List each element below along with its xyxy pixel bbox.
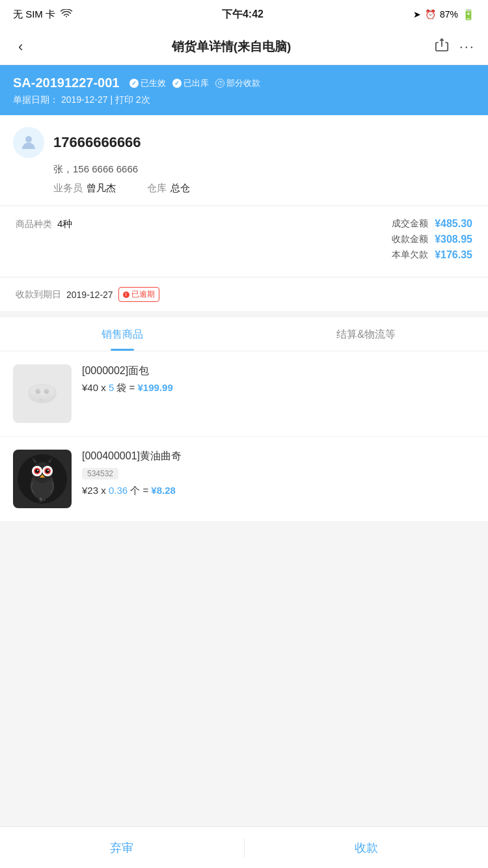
svg-point-21 (46, 469, 49, 473)
tab-settlement-logistics[interactable]: 结算&物流等 (244, 318, 488, 351)
svg-text:鱼+: 鱼+ (39, 398, 46, 402)
product-total-cookie: ¥8.28 (151, 485, 176, 496)
product-name-bread: [0000002]面包 (82, 364, 475, 378)
tabs-section: 销售商品 结算&物流等 (0, 318, 488, 351)
warehouse-label: 仓库 (147, 182, 167, 195)
carrier-label: 无 SIM 卡 (13, 8, 55, 21)
page-title: 销货单详情(来自电脑) (172, 38, 291, 55)
status-tags: 已生效 已出库 ⏱ 部分收款 (129, 77, 260, 89)
product-item-bread: 鱼+ [0000002]面包 ¥40 x 5 袋 = ¥199.99 (0, 351, 488, 437)
product-kind-value: 4种 (57, 218, 72, 230)
customer-section: 17666666666 张，156 6666 6666 业务员 曾凡杰 仓库 总… (0, 115, 488, 205)
product-equals-cookie: = (142, 485, 151, 496)
svg-point-23 (47, 470, 49, 471)
svg-point-20 (35, 469, 39, 473)
product-qty-cookie: 0.36 (109, 485, 128, 496)
owed-amount-value: ¥176.35 (435, 249, 472, 261)
stats-section: 商品种类 4种 成交金额 ¥485.30 收款金额 ¥308.95 本单欠款 ¥… (0, 206, 488, 277)
location-icon: ➤ (413, 9, 421, 20)
due-label: 收款到期日 (16, 289, 61, 301)
battery-icon: 🔋 (462, 8, 475, 21)
svg-point-6 (36, 390, 40, 393)
deal-amount-row: 成交金额 ¥485.30 (392, 218, 472, 230)
status-bar: 无 SIM 卡 下午4:42 ➤ ⏰ 87% 🔋 (0, 0, 488, 29)
cancel-audit-button[interactable]: 弃审 (0, 828, 244, 867)
products-section: 鱼+ [0000002]面包 ¥40 x 5 袋 = ¥199.99 (0, 351, 488, 522)
product-price-cookie: ¥23 x 0.36 个 = ¥8.28 (82, 485, 475, 497)
back-button[interactable]: ‹ (13, 33, 28, 61)
more-icon[interactable]: ··· (459, 38, 475, 55)
customer-top: 17666666666 (13, 127, 475, 158)
product-multiply-sign-cookie: x (101, 485, 109, 496)
status-tag-shipped: 已出库 (172, 77, 209, 89)
product-total-bread: ¥199.99 (138, 382, 173, 393)
status-tag-effective: 已生效 (129, 77, 166, 89)
product-thumb-bread: 鱼+ (13, 364, 72, 423)
svg-point-3 (31, 385, 55, 396)
bottom-bar: 弃审 收款 (0, 826, 488, 868)
product-thumb-cookie: 鱼+ (13, 450, 72, 508)
svg-point-9 (47, 390, 48, 392)
share-icon[interactable] (435, 38, 449, 55)
product-kind-label: 商品种类 (16, 219, 52, 230)
product-unit-price-bread: ¥40 (82, 382, 98, 393)
product-name-cookie: [000400001]黄油曲奇 (82, 450, 475, 463)
date-label: 单据日期： (13, 94, 59, 105)
svg-text:鱼+: 鱼+ (39, 498, 46, 502)
svg-point-0 (25, 136, 32, 142)
deal-amount-label: 成交金额 (392, 218, 428, 230)
overdue-dot-icon (123, 292, 129, 298)
clock-icon: ⏱ (215, 79, 224, 88)
due-section: 收款到期日 2019-12-27 已逾期 (0, 278, 488, 311)
status-left: 无 SIM 卡 (13, 8, 72, 21)
product-sku-cookie: 534532 (82, 468, 118, 480)
alarm-icon: ⏰ (425, 9, 436, 20)
svg-point-22 (37, 470, 38, 471)
received-amount-label: 收款金额 (392, 234, 428, 245)
status-right: ➤ ⏰ 87% 🔋 (413, 8, 475, 21)
received-amount-row: 收款金额 ¥308.95 (392, 234, 472, 245)
status-tag-partial: ⏱ 部分收款 (215, 77, 260, 89)
product-unit-price-cookie: ¥23 (82, 485, 98, 496)
product-unit-cookie: 个 (130, 485, 140, 496)
check-icon-1 (129, 79, 139, 88)
order-date: 2019-12-27 (61, 94, 108, 105)
salesperson-value: 曾凡杰 (87, 182, 116, 195)
customer-meta: 业务员 曾凡杰 仓库 总仓 (13, 182, 475, 195)
stats-right: 成交金额 ¥485.30 收款金额 ¥308.95 本单欠款 ¥176.35 (392, 218, 472, 265)
print-label: | 打印 (110, 94, 133, 105)
overdue-badge: 已逾期 (118, 287, 159, 302)
wifi-icon (61, 9, 72, 20)
header-banner: SA-20191227-001 已生效 已出库 ⏱ 部分收款 单据日期： 201… (0, 65, 488, 115)
customer-phone: 17666666666 (53, 134, 141, 151)
product-kind-row: 商品种类 4种 (16, 218, 72, 230)
product-info-cookie: [000400001]黄油曲奇 534532 ¥23 x 0.36 个 = ¥8… (82, 450, 475, 497)
avatar (13, 127, 44, 158)
nav-actions: ··· (435, 38, 475, 55)
due-date: 2019-12-27 (66, 290, 113, 300)
warehouse-value: 总仓 (170, 182, 190, 195)
overdue-text: 已逾期 (131, 289, 155, 300)
banner-row2: 单据日期： 2019-12-27 | 打印 2次 (13, 94, 475, 106)
stats-left: 商品种类 4种 (16, 218, 72, 230)
deal-amount-value: ¥485.30 (435, 218, 472, 230)
nav-bar: ‹ 销货单详情(来自电脑) ··· (0, 29, 488, 65)
product-multiply-sign-bread: x (101, 382, 109, 393)
warehouse-field: 仓库 总仓 (147, 182, 190, 195)
product-qty-bread: 5 (109, 382, 114, 393)
product-unit-bread: 袋 (116, 382, 126, 393)
product-equals-bread: = (129, 382, 138, 393)
battery-label: 87% (440, 9, 458, 20)
salesperson-field: 业务员 曾凡杰 (53, 182, 116, 195)
time-display: 下午4:42 (222, 8, 264, 21)
received-amount-value: ¥308.95 (435, 234, 472, 245)
svg-point-8 (38, 390, 39, 392)
product-item-cookie: 鱼+ [000400001]黄油曲奇 534532 ¥23 x 0.36 个 =… (0, 437, 488, 522)
banner-row1: SA-20191227-001 已生效 已出库 ⏱ 部分收款 (13, 75, 475, 90)
order-id: SA-20191227-001 (13, 75, 119, 90)
tab-sales-products[interactable]: 销售商品 (0, 318, 244, 351)
owed-amount-label: 本单欠款 (392, 249, 428, 261)
svg-point-7 (45, 390, 48, 393)
receive-payment-button[interactable]: 收款 (245, 828, 489, 867)
salesperson-label: 业务员 (53, 182, 83, 195)
